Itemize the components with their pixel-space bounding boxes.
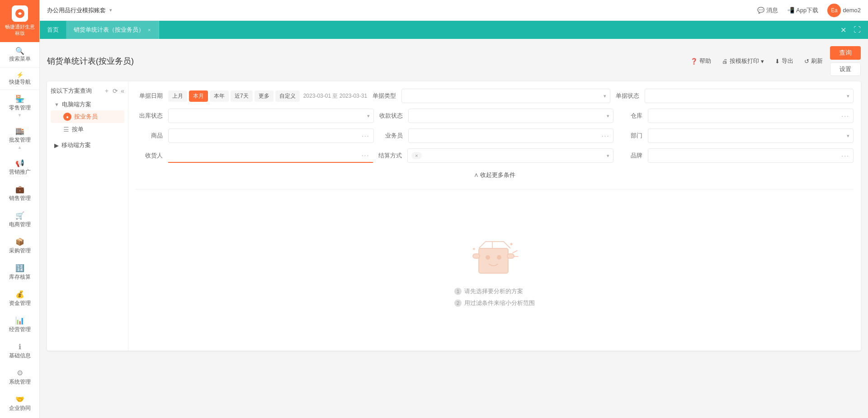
tab-close-all-icon[interactable]: ✕ xyxy=(839,24,848,36)
collapse-more-btn[interactable]: ∧ 收起更多条件 xyxy=(468,168,521,182)
export-btn[interactable]: ⬇ 导出 xyxy=(771,55,797,67)
payment-method-tag-close[interactable]: × xyxy=(415,153,418,158)
scheme-item-by-order[interactable]: ☰ 按单 xyxy=(51,123,124,136)
payment-status-label: 收款状态 xyxy=(379,112,403,120)
scheme-group-desktop-toggle[interactable]: ▼ 电脑端方案 xyxy=(51,99,124,110)
scheme-group-mobile-toggle[interactable]: ▶ 移动端方案 xyxy=(51,139,124,151)
date-filter-label: 单据日期 xyxy=(136,92,163,100)
tab-home[interactable]: 首页 xyxy=(40,21,66,39)
header-left: 办公用品行业模拟账套 ▾ xyxy=(47,6,112,14)
ecommerce-label: 电商管理 xyxy=(9,221,31,228)
sidebar-logo[interactable]: 畅捷通好生意 标版 xyxy=(0,0,40,42)
desktop-toggle-icon: ▼ xyxy=(54,102,59,107)
svg-line-6 xyxy=(513,251,517,253)
sidebar-item-enterprise[interactable]: 🤝 企业协同 xyxy=(0,390,39,417)
page-content: 销货单统计表(按业务员) ❓ 帮助 🖨 按模板打印 ▾ ⬇ 导出 ↺ 刷新 xyxy=(40,39,868,418)
sidebar-item-operations[interactable]: 📊 经营管理 xyxy=(0,312,39,338)
main-area: 办公用品行业模拟账套 ▾ 💬 消息 📲 App下载 Ea demo2 首页 xyxy=(40,0,868,418)
sidebar-search[interactable]: 🔍 搜索菜单 xyxy=(0,42,39,68)
app-download-action[interactable]: 📲 App下载 xyxy=(787,6,818,14)
date-this-year[interactable]: 本年 xyxy=(210,90,229,102)
help-btn[interactable]: ❓ 帮助 xyxy=(687,55,715,67)
query-button[interactable]: 查询 xyxy=(830,46,861,60)
header-dropdown-icon[interactable]: ▾ xyxy=(109,7,112,13)
doc-status-select[interactable]: ▾ xyxy=(645,89,854,103)
stock-status-arrow: ▾ xyxy=(367,113,370,119)
template-print-btn[interactable]: 🖨 按模板打印 ▾ xyxy=(718,55,768,67)
sidebar-item-inventory[interactable]: 🔢 库存核算 xyxy=(0,259,39,285)
add-scheme-icon[interactable]: ＋ xyxy=(104,87,110,95)
date-custom[interactable]: 自定义 xyxy=(275,90,300,102)
sidebar-item-newbie[interactable]: 🆕 新手引导 xyxy=(0,417,39,418)
scheme-item-by-salesperson[interactable]: ● 按业务员 xyxy=(51,110,124,123)
goods-select[interactable]: ··· xyxy=(168,128,374,143)
left-panel-header: 按以下方案查询 ＋ ⟳ « xyxy=(51,87,124,95)
by-order-icon: ☰ xyxy=(63,126,69,133)
consignee-input[interactable]: ··· xyxy=(168,148,373,163)
scheme-group-desktop: ▼ 电脑端方案 ● 按业务员 ☰ 按单 xyxy=(51,99,124,136)
svg-text:✦: ✦ xyxy=(509,241,514,247)
empty-state: ✦ ✦ 1 xyxy=(136,190,854,343)
enterprise-icon: 🤝 xyxy=(15,395,24,404)
doc-type-label: 单据类型 xyxy=(373,92,396,100)
user-profile[interactable]: Ea demo2 xyxy=(827,4,861,17)
doc-type-select[interactable]: ▾ xyxy=(401,89,610,103)
refresh-scheme-icon[interactable]: ⟳ xyxy=(113,87,118,95)
tab-sales-report-label: 销货单统计表（按业务员） xyxy=(74,26,144,34)
sales-label: 销售管理 xyxy=(9,195,31,202)
warehouse-select[interactable]: ··· xyxy=(648,109,854,123)
sidebar-item-purchase[interactable]: 📦 采购管理 xyxy=(0,233,39,259)
salesperson-select[interactable]: ··· xyxy=(408,128,614,143)
consignee-label: 收货人 xyxy=(136,152,163,160)
payment-status-select[interactable]: ▾ xyxy=(408,109,614,123)
tab-close-icon[interactable]: × xyxy=(147,26,151,33)
dept-select[interactable]: ▾ xyxy=(648,128,854,143)
sidebar-item-sales[interactable]: 💼 销售管理 xyxy=(0,180,39,207)
settings-button[interactable]: 设置 xyxy=(830,62,861,76)
filter-row-2: 出库状态 ▾ 收款状态 ▾ 仓库 ··· xyxy=(136,109,854,123)
system-label: 系统管理 xyxy=(9,378,31,386)
sidebar-item-finance[interactable]: 💰 资金管理 xyxy=(0,285,39,312)
template-print-label: 按模板打印 xyxy=(730,57,759,65)
refresh-btn[interactable]: ↺ 刷新 xyxy=(801,55,826,67)
date-more[interactable]: 更多 xyxy=(255,90,274,102)
sidebar-item-wholesale[interactable]: 🏬 批发管理 ▲ xyxy=(0,122,39,154)
marketing-label: 营销推广 xyxy=(9,168,31,176)
stock-status-select[interactable]: ▾ xyxy=(168,109,374,123)
purchase-icon: 📦 xyxy=(15,238,24,246)
msg-action[interactable]: 💬 消息 xyxy=(757,6,778,14)
sidebar-item-basic[interactable]: ℹ 基础信息 xyxy=(0,338,39,364)
date-7days[interactable]: 近7天 xyxy=(231,90,253,102)
tab-expand-icon[interactable]: ⛶ xyxy=(852,24,863,36)
payment-status-arrow: ▾ xyxy=(607,113,609,119)
sidebar-item-retail[interactable]: 🏪 零售管理 ▼ xyxy=(0,90,39,122)
msg-icon: 💬 xyxy=(757,7,764,14)
left-panel-icons: ＋ ⟳ « xyxy=(104,87,124,95)
dept-label: 部门 xyxy=(619,132,642,140)
sidebar-item-marketing[interactable]: 📢 营销推广 xyxy=(0,154,39,180)
wholesale-arrow: ▲ xyxy=(18,145,22,150)
enterprise-label: 企业协同 xyxy=(9,404,31,412)
left-panel-title: 按以下方案查询 xyxy=(51,87,92,95)
template-print-icon: 🖨 xyxy=(722,58,728,65)
app-download-icon: 📲 xyxy=(787,7,794,14)
sidebar-quick-nav[interactable]: ⚡ 快捷导航 xyxy=(0,68,39,90)
sidebar: 畅捷通好生意 标版 🔍 搜索菜单 ⚡ 快捷导航 🏪 零售管理 ▼ 🏬 批发管理 … xyxy=(0,0,40,418)
sidebar-item-system[interactable]: ⚙ 系统管理 xyxy=(0,364,39,390)
svg-rect-9 xyxy=(507,254,514,258)
tab-sales-report[interactable]: 销货单统计表（按业务员） × xyxy=(66,21,159,39)
purchase-label: 采购管理 xyxy=(9,247,31,255)
goods-label: 商品 xyxy=(136,132,163,140)
header-title: 办公用品行业模拟账套 xyxy=(47,6,106,14)
collapse-panel-icon[interactable]: « xyxy=(121,87,124,95)
svg-text:✦: ✦ xyxy=(472,247,476,252)
date-last-month[interactable]: 上月 xyxy=(168,90,187,102)
brand-select[interactable]: ··· xyxy=(648,148,854,163)
inventory-label: 库存核算 xyxy=(9,273,31,281)
payment-method-select[interactable]: × ▾ xyxy=(407,148,613,163)
brand-label: 品牌 xyxy=(619,152,642,160)
date-this-month[interactable]: 本月 xyxy=(189,90,208,102)
mobile-scheme-label: 移动端方案 xyxy=(61,141,91,149)
sidebar-item-ecommerce[interactable]: 🛒 电商管理 xyxy=(0,207,39,233)
system-icon: ⚙ xyxy=(17,369,23,377)
